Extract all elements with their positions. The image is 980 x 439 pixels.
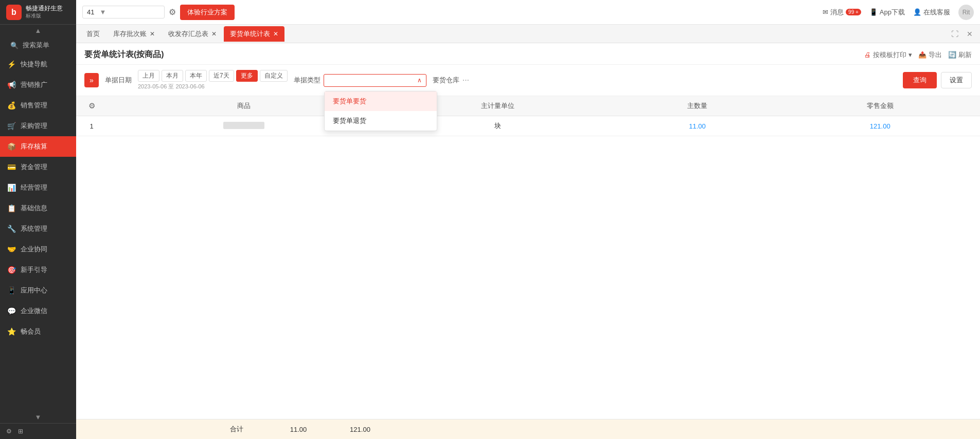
trial-button[interactable]: 体验行业方案	[180, 5, 235, 20]
dropdown-item-order-goods[interactable]: 要货单要货	[325, 92, 437, 111]
app-name: 畅捷通好生意	[26, 5, 63, 13]
sidebar-scroll-up[interactable]: ▲	[0, 25, 76, 36]
tab-maximize-button[interactable]: ⛶	[948, 28, 961, 40]
sidebar-scroll-down[interactable]: ▼	[0, 411, 76, 423]
app-download-button[interactable]: 📱 App下载	[869, 8, 905, 17]
cell-quantity[interactable]: 11.00	[614, 116, 780, 136]
tab-receipt-summary-label: 收发存汇总表	[168, 29, 208, 39]
topbar: 41 ▼ ⚙ 体验行业方案 ✉ 消息 99 + 📱 App下载 👤 在线客服 R…	[76, 0, 980, 25]
search-icon: 🔍	[10, 42, 19, 49]
sidebar-item-basics[interactable]: 📋 基础信息	[0, 198, 76, 218]
sidebar-item-enterprise[interactable]: 🤝 企业协同	[0, 239, 76, 260]
sidebar-item-label: 新手引导	[21, 265, 47, 275]
sidebar-item-system[interactable]: 🔧 系统管理	[0, 218, 76, 239]
warehouse-more-icon[interactable]: ···	[462, 76, 469, 85]
table-header-row: ⚙ 商品 主计量单位 主数量 零售金额	[76, 96, 980, 116]
sidebar-item-membership[interactable]: ⭐ 畅会员	[0, 321, 76, 342]
col-quantity-header: 主数量	[614, 96, 780, 116]
tab-inventory-batch[interactable]: 库存批次账 ✕	[107, 26, 161, 42]
system-icon: 🔧	[6, 224, 16, 234]
expand-icon: »	[90, 76, 94, 84]
date-7days-btn[interactable]: 近7天	[209, 70, 234, 82]
sidebar-item-operations[interactable]: 📊 经营管理	[0, 177, 76, 198]
sidebar-item-inventory[interactable]: 📦 库存核算	[0, 136, 76, 157]
sidebar-nav: ⚡ 快捷导航 📢 营销推广 💰 销售管理 🛒 采购管理 📦 库存核算 💳 资金管…	[0, 54, 76, 411]
basics-icon: 📋	[6, 203, 16, 213]
export-label: 导出	[929, 50, 942, 60]
sidebar-item-quick-nav[interactable]: ⚡ 快捷导航	[0, 54, 76, 75]
cell-amount[interactable]: 121.00	[780, 116, 981, 136]
type-filter-input-wrap[interactable]: ∧ 要货单要货 要货单退货	[324, 74, 426, 87]
cell-index: 1	[76, 116, 107, 136]
quick-nav-icon: ⚡	[6, 59, 16, 69]
sidebar-item-marketing[interactable]: 📢 营销推广	[0, 75, 76, 95]
inventory-icon: 📦	[6, 141, 16, 152]
user-avatar[interactable]: Rit	[958, 5, 974, 20]
tab-order-stats-label: 要货单统计表	[230, 29, 270, 39]
tab-close-all-button[interactable]: ✕	[964, 28, 976, 40]
table-container: ⚙ 商品 主计量单位 主数量 零售金额 1 块	[76, 96, 980, 136]
tab-inventory-batch-close[interactable]: ✕	[150, 30, 155, 38]
sidebar-search[interactable]: 🔍 搜索菜单	[0, 36, 76, 54]
print-template-button[interactable]: 🖨 按模板打印 ▾	[864, 50, 912, 60]
sales-icon: 💰	[6, 100, 16, 111]
app-logo: b 畅捷通好生意 标准版	[0, 0, 76, 25]
table-settings-icon[interactable]: ⚙	[88, 101, 95, 110]
tab-receipt-summary[interactable]: 收发存汇总表 ✕	[162, 26, 223, 42]
sidebar-item-app-center[interactable]: 📱 应用中心	[0, 280, 76, 301]
table-footer: 合计 11.00 121.00	[76, 419, 980, 439]
date-custom-btn[interactable]: 自定义	[260, 70, 288, 82]
content-area: 要货单统计表(按商品) 🖨 按模板打印 ▾ 📤 导出 🔄 刷新	[76, 43, 980, 439]
export-button[interactable]: 📤 导出	[918, 50, 942, 60]
date-last-month-btn[interactable]: 上月	[138, 70, 159, 82]
filter-expand-button[interactable]: »	[84, 73, 99, 87]
tab-order-stats-close[interactable]: ✕	[273, 30, 278, 38]
tab-receipt-summary-close[interactable]: ✕	[211, 30, 217, 38]
sidebar-item-guide[interactable]: 🎯 新手引导	[0, 260, 76, 280]
sidebar-item-wechat[interactable]: 💬 企业微信	[0, 301, 76, 321]
date-this-month-btn[interactable]: 本月	[162, 70, 183, 82]
tab-inventory-batch-label: 库存批次账	[113, 29, 147, 39]
date-more-btn[interactable]: 更多	[236, 70, 258, 82]
sidebar-item-purchase[interactable]: 🛒 采购管理	[0, 116, 76, 136]
type-filter-input[interactable]	[328, 77, 417, 84]
settings-icon[interactable]: ⚙	[6, 428, 12, 435]
refresh-button[interactable]: 🔄 刷新	[948, 50, 972, 60]
sidebar-item-sales[interactable]: 💰 销售管理	[0, 95, 76, 116]
collapse-icon[interactable]: ⊞	[18, 428, 23, 435]
sidebar-item-label: 经营管理	[21, 183, 47, 192]
topbar-settings-icon[interactable]: ⚙	[169, 7, 176, 17]
sidebar-item-finance[interactable]: 💳 资金管理	[0, 157, 76, 177]
online-service-button[interactable]: 👤 在线客服	[913, 8, 950, 17]
main-content: 41 ▼ ⚙ 体验行业方案 ✉ 消息 99 + 📱 App下载 👤 在线客服 R…	[76, 0, 980, 439]
store-selector[interactable]: 41 ▼	[82, 6, 165, 19]
membership-icon: ⭐	[6, 326, 16, 337]
app-download-label: App下载	[880, 8, 905, 17]
date-this-year-btn[interactable]: 本年	[185, 70, 207, 82]
type-dropdown: 要货单要货 要货单退货	[324, 91, 437, 131]
date-range-display: 2023-05-06 至 2023-06-06	[138, 83, 288, 90]
tab-order-stats[interactable]: 要货单统计表 ✕	[224, 26, 284, 42]
messages-button[interactable]: ✉ 消息 99 +	[823, 8, 861, 17]
enterprise-icon: 🤝	[6, 244, 16, 254]
sidebar-item-label: 系统管理	[21, 224, 47, 233]
date-filter: 上月 本月 本年 近7天 更多 自定义 2023-05-06 至 2023-06…	[138, 70, 288, 90]
app-center-icon: 📱	[6, 285, 16, 296]
print-label: 按模板打印	[873, 50, 906, 60]
query-button[interactable]: 查询	[903, 72, 937, 88]
warehouse-filter-label: 要货仓库	[433, 76, 459, 85]
sidebar-item-label: 快捷导航	[21, 60, 47, 69]
tab-home[interactable]: 首页	[80, 26, 106, 42]
finance-icon: 💳	[6, 162, 16, 172]
sidebar-item-label: 应用中心	[21, 286, 47, 295]
refresh-icon: 🔄	[948, 51, 956, 59]
tabs-bar: 首页 库存批次账 ✕ 收发存汇总表 ✕ 要货单统计表 ✕ ⛶ ✕	[76, 25, 980, 43]
tab-home-label: 首页	[86, 29, 100, 39]
sidebar-item-label: 企业微信	[21, 306, 47, 316]
settings-button[interactable]: 设置	[941, 72, 972, 88]
app-subtitle: 标准版	[26, 12, 63, 20]
dropdown-item-order-return[interactable]: 要货单退货	[325, 111, 437, 131]
col-amount-header: 零售金额	[780, 96, 981, 116]
type-filter-chevron[interactable]: ∧	[417, 77, 422, 84]
filter-type-section: 单据类型 ∧ 要货单要货 要货单退货	[294, 74, 426, 87]
